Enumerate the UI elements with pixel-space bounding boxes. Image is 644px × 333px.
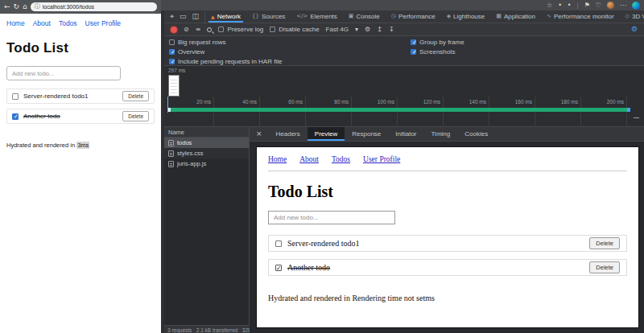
preview-todo-checkbox[interactable]: [275, 240, 282, 247]
preview-delete-button[interactable]: Delete: [589, 237, 620, 249]
ruler-cell: 40 ms: [214, 97, 260, 127]
tab-3d-view[interactable]: ◇ 3D View: [620, 10, 644, 23]
overview-toggle[interactable]: Overview: [169, 48, 204, 56]
record-button[interactable]: [171, 27, 177, 33]
ruler-cell: 180 ms: [535, 97, 581, 127]
script-icon: [168, 161, 174, 167]
throttling-dropdown-icon[interactable]: ▾: [355, 27, 358, 33]
hydration-time: 3ms: [76, 142, 89, 149]
tab-performance[interactable]: ◷ Performance: [386, 10, 441, 23]
request-row-script[interactable]: juris-app.js: [164, 158, 249, 169]
performance-icon: ◷: [391, 14, 396, 19]
filter-icon[interactable]: ≡: [196, 27, 201, 33]
big-request-rows-toggle[interactable]: Big request rows: [169, 39, 226, 46]
preserve-log-toggle[interactable]: Preserve log: [218, 26, 263, 33]
tab-headers[interactable]: Headers: [269, 127, 308, 141]
filmstrip-screenshot[interactable]: [168, 75, 180, 97]
page-nav: Home About Todos User Profile: [6, 19, 155, 27]
todo-checkbox[interactable]: [12, 93, 19, 100]
tab-label: Lighthouse: [453, 13, 485, 20]
nav-link-user-profile[interactable]: User Profile: [85, 19, 121, 27]
import-har-icon[interactable]: ↥: [377, 27, 382, 33]
screenshots-checkbox[interactable]: [411, 49, 416, 55]
option-label: Screenshots: [419, 48, 455, 56]
search-icon[interactable]: [207, 27, 212, 32]
tab-performance-monitor[interactable]: ∿ Performance monitor: [541, 10, 620, 23]
tab-application[interactable]: ▦ Application: [490, 10, 541, 23]
tab-cookies[interactable]: Cookies: [457, 127, 495, 141]
preview-nav-todos[interactable]: Todos: [332, 155, 350, 163]
device-toolbar-icon[interactable]: ▭: [180, 13, 187, 20]
tab-console[interactable]: ▣ Console: [343, 10, 386, 23]
back-icon[interactable]: ←: [4, 3, 10, 10]
group-by-frame-checkbox[interactable]: [411, 39, 416, 45]
request-row-styles[interactable]: styles.css: [164, 148, 249, 158]
tab-timing[interactable]: Timing: [424, 127, 458, 141]
request-row-todos[interactable]: todos: [164, 138, 249, 148]
preview-nav-user-profile[interactable]: User Profile: [363, 155, 400, 163]
preview-nav-home[interactable]: Home: [268, 155, 287, 163]
inspect-element-icon[interactable]: ⌖: [170, 13, 174, 20]
preview-delete-button[interactable]: Delete: [589, 261, 620, 273]
throttling-select[interactable]: Fast 4G: [326, 26, 349, 33]
preserve-log-label: Preserve log: [227, 26, 263, 33]
elements-icon: </>: [296, 14, 308, 19]
ruler-tick: 180 ms: [561, 99, 578, 105]
tab-response[interactable]: Response: [345, 127, 388, 141]
option-label: Include pending requests in HAR file: [178, 58, 282, 65]
preview-hydration-status: Hydrated and rendered in Rendering time …: [268, 294, 627, 302]
todo-checkbox[interactable]: [12, 113, 19, 120]
ruler-tick: 80 ms: [334, 99, 349, 105]
tab-initiator[interactable]: Initiator: [388, 127, 423, 141]
preview-todo-label: Another todo: [287, 263, 589, 272]
delete-button[interactable]: Delete: [122, 111, 149, 121]
network-conditions-icon[interactable]: ⚙: [365, 27, 370, 33]
address-bar[interactable]: ⓘ localhost:3000/todos: [31, 2, 157, 11]
overview-waterfall-bar[interactable]: [168, 108, 630, 112]
network-status-bar: 3 requests 2.1 kB transferred 328 k: [164, 325, 250, 333]
tab-preview[interactable]: Preview: [308, 127, 345, 141]
3d-view-icon: ◇: [625, 14, 630, 19]
ruler-cell: 160 ms: [489, 97, 535, 127]
dock-side-icon[interactable]: ◫: [192, 13, 200, 20]
overview-checkbox[interactable]: [169, 49, 175, 55]
nav-link-about[interactable]: About: [33, 19, 51, 27]
big-request-rows-checkbox[interactable]: [169, 39, 175, 45]
preview-todo-checkbox[interactable]: [275, 265, 282, 271]
network-settings-gear-icon[interactable]: ⚙: [631, 26, 638, 33]
tab-sources[interactable]: {} Sources: [246, 10, 291, 23]
requests-column-header[interactable]: Name: [164, 127, 249, 138]
disable-cache-checkbox[interactable]: [270, 27, 275, 32]
tab-elements[interactable]: </> Elements: [291, 10, 342, 23]
screenshots-toggle[interactable]: Screenshots: [411, 48, 455, 56]
ruler-tick: 140 ms: [469, 99, 486, 105]
overview-duration-label: 297 ms: [168, 68, 185, 73]
refresh-icon[interactable]: ↻: [14, 3, 20, 10]
delete-button[interactable]: Delete: [122, 91, 149, 101]
waterfall-end-cap: [627, 108, 630, 112]
requests-list: Name todos styles.css juris-app.js: [164, 127, 250, 325]
disable-cache-toggle[interactable]: Disable cache: [270, 26, 319, 33]
close-detail-icon[interactable]: ×: [250, 127, 269, 141]
tab-lighthouse[interactable]: ◈ Lighthouse: [441, 10, 491, 23]
new-todo-input[interactable]: [6, 66, 121, 80]
nav-link-todos[interactable]: Todos: [59, 19, 77, 27]
har-pending-checkbox[interactable]: [169, 59, 175, 64]
export-har-icon[interactable]: ↧: [389, 27, 394, 33]
todo-row: Server-rendered todo1 Delete: [6, 88, 155, 104]
preview-new-todo-input[interactable]: [268, 211, 395, 224]
preserve-log-checkbox[interactable]: [218, 27, 224, 32]
nav-link-home[interactable]: Home: [6, 19, 25, 27]
ruler-cell: 200 ms: [581, 97, 627, 127]
site-info-icon[interactable]: ⓘ: [35, 4, 40, 10]
ruler-cell: 120 ms: [398, 97, 444, 127]
tab-network[interactable]: ▲ Network: [205, 10, 246, 23]
clear-network-icon[interactable]: ⊘: [184, 27, 189, 33]
tab-label: Performance: [398, 13, 436, 20]
group-by-frame-toggle[interactable]: Group by frame: [411, 39, 464, 46]
home-icon[interactable]: ⌂: [23, 3, 27, 10]
preview-nav-about[interactable]: About: [299, 155, 319, 163]
application-icon: ▦: [496, 14, 502, 19]
har-pending-toggle[interactable]: Include pending requests in HAR file: [169, 58, 282, 65]
page-title: Todo List: [6, 40, 155, 56]
